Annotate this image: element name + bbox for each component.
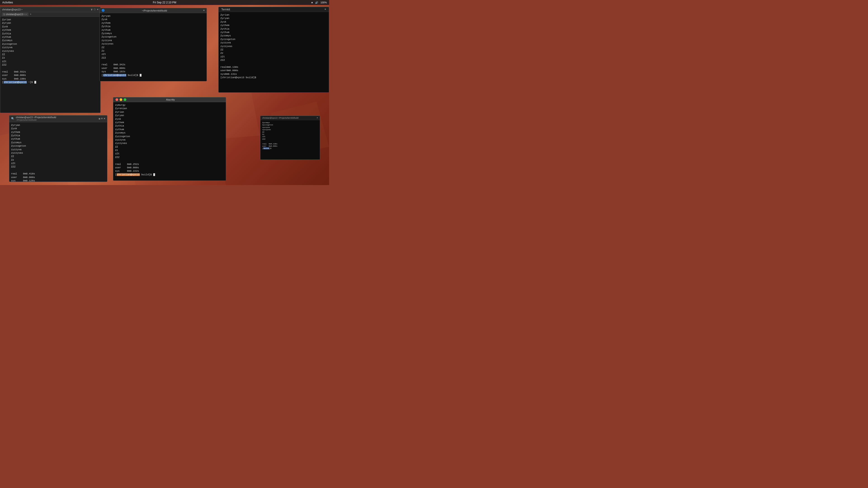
term-line: Zyzzogeton bbox=[262, 124, 318, 126]
term-line: zythem bbox=[11, 131, 105, 134]
term-line: Zyzomys bbox=[262, 122, 318, 124]
termkit2-close-icon[interactable]: × bbox=[316, 117, 318, 119]
alacritty-min-button[interactable] bbox=[120, 98, 122, 101]
term-line: ZZZ bbox=[2, 63, 98, 67]
term-line: zythum bbox=[220, 31, 327, 34]
alacritty-close-button[interactable] bbox=[116, 98, 118, 101]
termkit-titlebar: Termkit × bbox=[219, 7, 329, 12]
topbar-left: Activities bbox=[2, 1, 13, 4]
term-line: Zythia bbox=[11, 134, 105, 137]
tilix2-title-area: 🔍 christian@xps13:~/Projects/termkit/bui… bbox=[11, 116, 56, 121]
bash-prompt-user: christian@xps13 bbox=[103, 74, 126, 76]
term-line: Zyrian bbox=[220, 13, 327, 17]
alacritty-title: Alacritty bbox=[166, 98, 175, 101]
tilix-tab-close-icon[interactable]: × bbox=[26, 13, 27, 15]
term-timing-user: user 0m0.000s bbox=[115, 166, 224, 169]
term-line bbox=[101, 60, 205, 63]
cursor bbox=[153, 173, 155, 176]
term-line: Zyzomys bbox=[11, 141, 105, 144]
term-line: zyzzyva bbox=[220, 41, 327, 44]
term-line: Zyryan bbox=[220, 17, 327, 20]
termkit2-content[interactable]: Zyzomys Zyzzogeton zyzzyva zyzzyvas ZZ Z… bbox=[260, 120, 320, 160]
term-timing-sys: sys 0m0.198s bbox=[2, 77, 98, 80]
term-line: Zz bbox=[11, 158, 105, 162]
tilix2-new-tab-icon[interactable]: ⊞ bbox=[99, 117, 100, 120]
bash-close-icon[interactable]: × bbox=[203, 9, 205, 12]
tilix-close-icon[interactable]: × bbox=[97, 8, 98, 11]
bash-window: 🔵 ~/Projects/termkit/build × Zyryan Zysk… bbox=[99, 8, 207, 81]
tilix2-close-icon[interactable]: × bbox=[103, 117, 105, 121]
term-line: ZZZ bbox=[115, 156, 224, 159]
term-timing-real: real 0m0.342s bbox=[101, 63, 205, 66]
term-timing-user: user 0m0.000s bbox=[2, 74, 98, 77]
term-line: ZZ bbox=[220, 48, 327, 52]
termkit2-prompt-user: build bbox=[264, 147, 269, 149]
term-line: zZt bbox=[101, 53, 205, 56]
term-line: zyzzyvas bbox=[2, 50, 98, 53]
tilix2-menu-icon[interactable]: ≡ bbox=[101, 117, 103, 120]
term-line: zyzzyva bbox=[262, 126, 318, 129]
termkit2-window: christian@xps13:~/Projects/termkit/build… bbox=[260, 116, 320, 160]
prompt-user: christian@xps13 bbox=[4, 81, 27, 84]
term-line: Zyzzogeton bbox=[115, 135, 224, 138]
term-line: Zythia bbox=[220, 27, 327, 31]
term-line: Zz bbox=[262, 133, 318, 135]
term-line: Zythia bbox=[101, 25, 205, 28]
term-line: Zythia bbox=[115, 124, 224, 128]
topbar-center: Fri Sep 22 2:10 PM bbox=[153, 1, 176, 4]
bash-title: ~/Projects/termkit/build bbox=[142, 9, 167, 12]
tilix-title: christian@xps13:~ bbox=[2, 8, 23, 11]
term-line: ZZ bbox=[115, 145, 224, 149]
term-line: zZt bbox=[115, 152, 224, 156]
tilix2-search-icon[interactable]: 🔍 bbox=[11, 117, 14, 121]
term-line: Zyzzogeton bbox=[2, 42, 98, 46]
term-line: Zz bbox=[115, 149, 224, 152]
term-line: ZZ bbox=[101, 46, 205, 49]
bash-titlebar: 🔵 ~/Projects/termkit/build × bbox=[100, 8, 207, 13]
alacritty-window: Alacritty zymurgy Zyrenian Zyrian Zyryan… bbox=[113, 97, 226, 181]
term-timing-user: user 0m0.000s bbox=[101, 67, 205, 70]
term-line: zyzzyvas bbox=[262, 129, 318, 131]
term-line: zyzzyva bbox=[101, 39, 205, 42]
termkit2-title: christian@xps13:~/Projects/termkit/build bbox=[262, 117, 298, 119]
tilix-tab-1[interactable]: 1: christian@xps13:~ × bbox=[2, 13, 29, 16]
term-line: Zyryan bbox=[2, 22, 98, 25]
term-line: Zyzomys bbox=[115, 131, 224, 135]
alacritty-max-button[interactable] bbox=[124, 98, 126, 101]
tilix-minimize-icon[interactable]: ∨ bbox=[91, 8, 93, 11]
tilix-main-window: christian@xps13:~ ∨ □ × 1: christian@xps… bbox=[0, 7, 101, 113]
termkit-close-icon[interactable]: × bbox=[324, 8, 326, 11]
term-line: Zyzzogeton bbox=[220, 38, 327, 41]
term-line bbox=[262, 140, 318, 142]
term-line: Zyryan bbox=[11, 124, 105, 127]
tilix-add-tab-icon[interactable]: + bbox=[30, 13, 31, 16]
term-line: zyzzyvas bbox=[220, 45, 327, 48]
tilix-maximize-icon[interactable]: □ bbox=[94, 8, 96, 11]
termkit-main-content[interactable]: Zyrian Zyryan Zysk zythem Zythia zythum … bbox=[219, 12, 329, 92]
term-line: zythum bbox=[115, 128, 224, 131]
term-timing-real: real 0m0.552s bbox=[2, 70, 98, 74]
term-timing-sys: sys0m0.131s bbox=[220, 72, 327, 76]
term-timing-real: real 0m0.418s bbox=[11, 172, 105, 175]
term-timing-user: user 0m0.000s bbox=[11, 176, 105, 179]
tilix2-window: 🔍 christian@xps13:~/Projects/termkit/bui… bbox=[9, 115, 107, 182]
tilix2-content[interactable]: Zyryan Zysk zythem Zythia zythum Zyzomys… bbox=[9, 122, 107, 182]
term-timing-sys: sys 0m0.126s bbox=[11, 179, 105, 182]
bash-title-icon: 🔵 bbox=[101, 9, 105, 12]
term-line: Zyzomys bbox=[2, 39, 98, 42]
term-line: ZZZ bbox=[220, 59, 327, 62]
bash-content[interactable]: Zyryan Zysk zythem Zythia zythum Zyzomys… bbox=[100, 13, 207, 81]
tilix-main-content[interactable]: Zyrian Zyryan Zysk zythem Zythia zythum … bbox=[0, 17, 100, 113]
term-line: Zyzomys bbox=[101, 32, 205, 35]
activities-button[interactable]: Activities bbox=[2, 1, 13, 4]
term-timing-user: user0m0.000s bbox=[220, 69, 327, 72]
term-line bbox=[220, 62, 327, 65]
alacritty-content[interactable]: zymurgy Zyrenian Zyrian Zyryan Zysk zyth… bbox=[113, 102, 226, 181]
tilix2-title: christian@xps13:~/Projects/termkit/build bbox=[16, 116, 56, 119]
tilix-tab-label: 1: christian@xps13:~ bbox=[3, 13, 25, 15]
volume-icon: 🔊 bbox=[315, 1, 318, 4]
term-line: zyzzyvas bbox=[11, 151, 105, 155]
tilix-main-titlebar: christian@xps13:~ ∨ □ × bbox=[0, 7, 100, 12]
datetime-display: Fri Sep 22 2:10 PM bbox=[153, 1, 176, 4]
alacritty-window-buttons bbox=[116, 98, 126, 101]
